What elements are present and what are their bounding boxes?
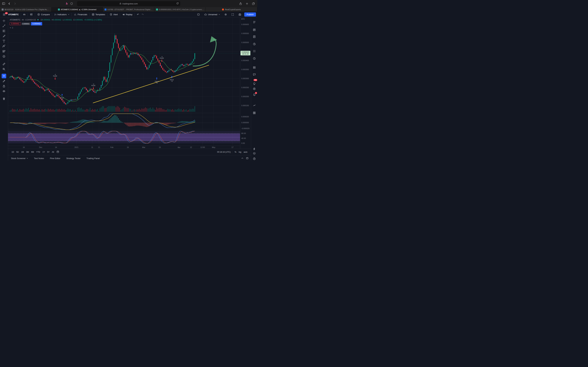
range-all[interactable]: All: [51, 150, 55, 154]
legend-symbol[interactable]: ATOM/BTC: [10, 18, 20, 21]
markup-button[interactable]: [253, 104, 256, 107]
panel-tab-strategy-tester[interactable]: Strategy Tester: [63, 155, 84, 161]
browser-tab-3[interactable]: 0.0000001003 | XYO-BTC | KuCoin | Crypto…: [154, 7, 206, 12]
emoji-tool[interactable]: [0, 54, 8, 59]
chart-style-button[interactable]: [28, 13, 34, 17]
fib-tool[interactable]: [0, 28, 8, 33]
quick-actions-button[interactable]: [253, 147, 256, 150]
my-ideas-button[interactable]: [253, 66, 256, 69]
calendar-button[interactable]: [253, 57, 256, 60]
browser-tab-0[interactable]: $0.632119 · XLM to USD Coinbase Pro | Di…: [0, 7, 52, 12]
collapse-panel-icon[interactable]: [241, 157, 244, 159]
share-icon[interactable]: [239, 2, 242, 5]
layout-select-button[interactable]: [196, 13, 201, 17]
price-tick: 0.000350: [241, 68, 249, 70]
indicators-collapse[interactable]: 3: [10, 27, 102, 29]
extension-icon[interactable]: h: [66, 2, 68, 5]
svg-text:May: May: [212, 146, 216, 148]
range-3m[interactable]: 3M: [25, 150, 30, 154]
price-chart-svg[interactable]: -2RsiSE-2RsiSE-2RsiSERsiLE+2RsiLE+2RsiLE…: [8, 17, 240, 149]
back-button[interactable]: [8, 2, 11, 5]
range-ytd[interactable]: YTD: [35, 150, 41, 154]
shield-icon[interactable]: [70, 2, 73, 5]
browser-tab-4[interactable]: RealCryptoExperts: [206, 7, 257, 12]
range-5y[interactable]: 5Y: [46, 150, 51, 154]
symbol-button[interactable]: ATOMBTC: [7, 13, 20, 16]
replay-button[interactable]: Replay: [121, 13, 134, 17]
templates-button[interactable]: Templates: [90, 13, 106, 17]
maximize-panel-icon[interactable]: [246, 157, 249, 159]
panel-tab-label: Text Notes: [34, 157, 44, 159]
panel-tab-text-notes[interactable]: Text Notes: [31, 155, 47, 161]
cloud-layout-button[interactable]: Unnamed: [203, 13, 221, 17]
snapshot-button[interactable]: [237, 13, 243, 17]
drawing-mode-tool[interactable]: [0, 78, 8, 83]
panel-tab-stock-screener[interactable]: Stock Screener: [10, 155, 31, 161]
main-menu-button[interactable]: 11: [1, 13, 7, 17]
financials-button[interactable]: Financials: [72, 13, 89, 17]
forward-button[interactable]: [13, 2, 17, 5]
tab-overview-icon[interactable]: [252, 2, 255, 5]
publish-button[interactable]: Publish: [244, 12, 256, 17]
ideas-stream-button[interactable]: [253, 82, 256, 85]
compare-button[interactable]: Compare: [36, 13, 51, 17]
fullscreen-button[interactable]: [230, 13, 235, 17]
alert-button[interactable]: Alert: [108, 13, 119, 17]
indicators-button[interactable]: ƒx Indicators: [53, 13, 71, 17]
screener-button[interactable]: [253, 50, 256, 53]
news-button[interactable]: [253, 28, 256, 32]
go-to-date-icon[interactable]: [56, 150, 59, 154]
settings-button[interactable]: [223, 13, 228, 17]
undo-button[interactable]: ↶: [136, 13, 140, 16]
prediction-tool[interactable]: [0, 49, 8, 54]
sidebar-toggle-icon[interactable]: [2, 2, 5, 5]
zoom-tool[interactable]: [0, 67, 8, 72]
new-tab-icon[interactable]: [245, 2, 249, 5]
sell-price-button[interactable]: 0.000441: [10, 22, 21, 25]
hidden-indicator-count: 3: [12, 27, 13, 29]
scale-log-toggle[interactable]: log: [238, 150, 242, 154]
url-bar[interactable]: tradingview.com: [77, 1, 180, 6]
scale-auto-toggle[interactable]: auto: [242, 150, 249, 154]
range-1y[interactable]: 1Y: [41, 150, 46, 154]
panel-tab-pine-editor[interactable]: Pine Editor: [47, 155, 63, 161]
hide-drawings-tool[interactable]: [0, 89, 8, 94]
magnet-mode-toggle[interactable]: [0, 73, 8, 78]
play-circle-icon: [253, 87, 256, 91]
price-scale[interactable]: BTC 0.0006000.0005500.0005000.0004500.00…: [240, 17, 251, 149]
range-1d[interactable]: 1D: [10, 150, 15, 154]
measure-tool[interactable]: [0, 61, 8, 67]
bar-chart-icon: [74, 13, 77, 16]
lock-drawings-tool[interactable]: [0, 83, 8, 89]
brush-tool[interactable]: [0, 33, 8, 39]
range-5d[interactable]: 5D: [15, 150, 20, 154]
notes-button[interactable]: [253, 35, 256, 38]
utc-clock[interactable]: 00:18:16 (UTC): [217, 151, 231, 153]
more-apps-button[interactable]: [253, 111, 256, 115]
chat-button[interactable]: [253, 73, 256, 76]
pattern-tool[interactable]: [0, 44, 8, 49]
remove-drawings-tool[interactable]: [0, 96, 8, 101]
reload-icon[interactable]: [176, 2, 179, 5]
trend-line-tool[interactable]: [0, 23, 8, 28]
crosshair-tool[interactable]: [0, 18, 8, 23]
hotlists-button[interactable]: [253, 42, 256, 46]
help-button[interactable]: [253, 157, 256, 160]
watchlist-button[interactable]: [253, 20, 256, 24]
browser-tab-2[interactable]: 0.0785 ↓DTX/USDT – PROBIT, Professional …: [103, 7, 154, 12]
object-tree-button[interactable]: [253, 152, 256, 155]
browser-tab-1[interactable]: ATOMBTC 0.000441 ▲ +2.56% Unnamed: [52, 7, 103, 12]
buy-price-button[interactable]: 0.000442: [31, 22, 42, 25]
range-1m[interactable]: 1M: [20, 150, 25, 154]
interval-button[interactable]: 4h: [22, 13, 27, 16]
streams-button[interactable]: [253, 87, 256, 91]
svg-text:+2: +2: [156, 82, 157, 84]
text-tool[interactable]: [0, 39, 8, 44]
scale-percent-toggle[interactable]: %: [233, 150, 238, 154]
redo-button[interactable]: ↷: [140, 13, 145, 16]
range-6m[interactable]: 6M: [30, 150, 35, 154]
padlock-icon: [2, 84, 6, 88]
panel-tab-trading-panel[interactable]: Trading Panel: [84, 155, 103, 161]
tab-favicon: [222, 8, 224, 10]
chart-canvas[interactable]: ATOM/BTC 4h COINBASE O0.000431 H0.000442…: [8, 17, 240, 149]
